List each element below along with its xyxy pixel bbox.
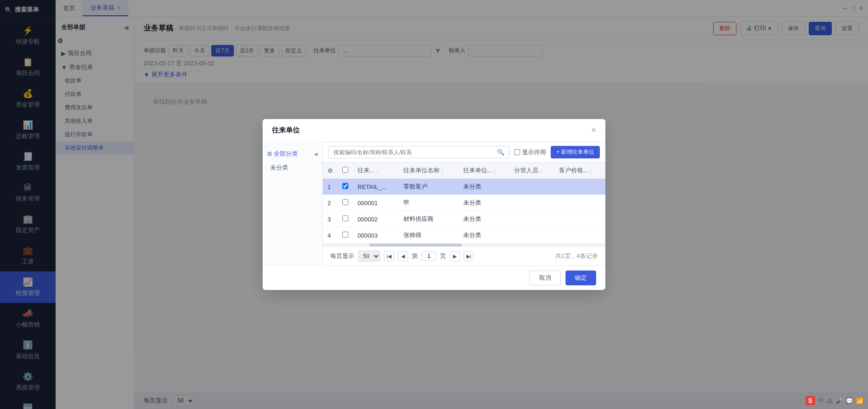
modal-right-panel: 🔍 显示停用 + 新增往来单位 ⚙ bbox=[323, 142, 605, 265]
modal-scroll-thumb[interactable] bbox=[369, 244, 462, 246]
col-name[interactable]: 往来单位名称 ↕ bbox=[399, 163, 458, 179]
row-category: 未分类 bbox=[459, 195, 509, 211]
modal-page-size-label: 每页显示 bbox=[330, 252, 354, 260]
confirm-button[interactable]: 确定 bbox=[566, 271, 596, 285]
status-mic: 🎤 bbox=[836, 397, 843, 404]
col-salesperson[interactable]: 分管人员 ↕ bbox=[509, 163, 554, 179]
show-disabled-checkbox[interactable] bbox=[514, 149, 520, 155]
modal-category-header: ⊞ 全部分类 ◀ bbox=[263, 147, 322, 161]
page-unit-label: 页 bbox=[440, 252, 446, 260]
partner-modal: 往来单位 × ⊞ 全部分类 ◀ 未分类 bbox=[263, 119, 605, 290]
row-category: 未分类 bbox=[459, 179, 509, 195]
modal-close-button[interactable]: × bbox=[591, 126, 596, 135]
row-category: 未分类 bbox=[459, 211, 509, 227]
col-code[interactable]: 往来... ↕ bbox=[353, 163, 399, 179]
modal-header: 往来单位 × bbox=[263, 119, 605, 142]
row-price-level bbox=[554, 195, 605, 211]
modal-footer: 取消 确定 bbox=[263, 265, 605, 290]
row-code: 000001 bbox=[353, 195, 399, 211]
search-icon: 🔍 bbox=[497, 149, 504, 156]
modal-pagination: 每页显示 50 |◀ ◀ 第 页 ▶ ▶| 共1页，4条记录 bbox=[323, 246, 605, 265]
status-chinese: 中 bbox=[818, 396, 824, 405]
row-name: 零散客户 bbox=[399, 179, 458, 195]
row-category: 未分类 bbox=[459, 227, 509, 244]
row-num: 1 bbox=[323, 179, 338, 195]
col-settings[interactable]: ⚙ bbox=[323, 163, 338, 179]
modal-title: 往来单位 bbox=[272, 126, 300, 135]
row-code: 000003 bbox=[353, 227, 399, 244]
row-price-level bbox=[554, 179, 605, 195]
table-row[interactable]: 1 RETAIL_... 零散客户 未分类 bbox=[323, 179, 605, 195]
show-disabled-checkbox-label[interactable]: 显示停用 bbox=[514, 148, 546, 157]
row-name: 材料供应商 bbox=[399, 211, 458, 227]
row-checkbox[interactable] bbox=[338, 195, 353, 211]
table-row[interactable]: 3 000002 材料供应商 未分类 bbox=[323, 211, 605, 227]
col-checkbox bbox=[338, 163, 353, 179]
modal-scroll-bar[interactable] bbox=[323, 244, 605, 246]
next-page-button[interactable]: ▶ bbox=[450, 251, 460, 261]
last-page-button[interactable]: ▶| bbox=[464, 251, 474, 261]
status-logo-icon: S bbox=[805, 396, 815, 405]
col-price-level[interactable]: 客户价格... ↕ bbox=[554, 163, 605, 179]
modal-search-input[interactable] bbox=[333, 149, 494, 156]
row-code: RETAIL_... bbox=[353, 179, 399, 195]
page-number-input[interactable] bbox=[421, 252, 436, 261]
row-num: 2 bbox=[323, 195, 338, 211]
modal-toolbar: 🔍 显示停用 + 新增往来单位 bbox=[323, 142, 605, 163]
modal-overlay: 往来单位 × ⊞ 全部分类 ◀ 未分类 bbox=[0, 0, 868, 409]
modal-table: ⚙ 往来... ↕ 往来单位名称 ↕ 往来单位... ↕ 分管人员 ↕ 客户价格… bbox=[323, 163, 605, 244]
row-checkbox[interactable] bbox=[338, 179, 353, 195]
row-salesperson bbox=[509, 195, 554, 211]
modal-body: ⊞ 全部分类 ◀ 未分类 🔍 显示停用 bbox=[263, 142, 605, 265]
row-checkbox[interactable] bbox=[338, 227, 353, 244]
row-price-level bbox=[554, 227, 605, 244]
table-row[interactable]: 2 000001 甲 未分类 bbox=[323, 195, 605, 211]
status-bar: S 中 ⁂ 🎤 💬 📶 bbox=[805, 396, 863, 405]
row-code: 000002 bbox=[353, 211, 399, 227]
page-num-label: 第 bbox=[412, 252, 418, 260]
row-price-level bbox=[554, 211, 605, 227]
modal-page-size-select[interactable]: 50 bbox=[358, 251, 380, 262]
total-info: 共1页，4条记录 bbox=[555, 252, 598, 260]
row-num: 4 bbox=[323, 227, 338, 244]
table-row[interactable]: 4 000003 张帅得 未分类 bbox=[323, 227, 605, 244]
modal-search-box: 🔍 bbox=[328, 146, 509, 158]
partner-table: ⚙ 往来... ↕ 往来单位名称 ↕ 往来单位... ↕ 分管人员 ↕ 客户价格… bbox=[323, 163, 605, 244]
modal-left-panel: ⊞ 全部分类 ◀ 未分类 bbox=[263, 142, 323, 265]
row-name: 甲 bbox=[399, 195, 458, 211]
select-all-checkbox[interactable] bbox=[342, 167, 348, 173]
status-signal: 📶 bbox=[856, 397, 863, 404]
cancel-button[interactable]: 取消 bbox=[529, 271, 561, 285]
prev-page-button[interactable]: ◀ bbox=[398, 251, 408, 261]
add-partner-button[interactable]: + 新增往来单位 bbox=[551, 146, 600, 158]
row-salesperson bbox=[509, 179, 554, 195]
status-chat: 💬 bbox=[846, 397, 853, 404]
grid-icon: ⊞ bbox=[267, 151, 272, 157]
row-num: 3 bbox=[323, 211, 338, 227]
row-checkbox[interactable] bbox=[338, 211, 353, 227]
row-salesperson bbox=[509, 211, 554, 227]
row-name: 张帅得 bbox=[399, 227, 458, 244]
row-salesperson bbox=[509, 227, 554, 244]
col-category[interactable]: 往来单位... ↕ bbox=[459, 163, 509, 179]
status-dot: ⁂ bbox=[827, 397, 833, 404]
category-collapse-button[interactable]: ◀ bbox=[314, 151, 318, 157]
modal-category-unclassified[interactable]: 未分类 bbox=[263, 161, 322, 175]
first-page-button[interactable]: |◀ bbox=[384, 251, 394, 261]
